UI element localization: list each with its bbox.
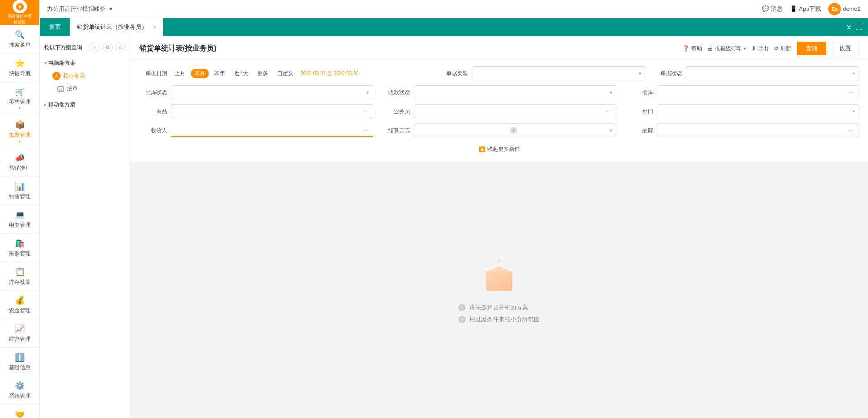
tab-expand-icon[interactable]: ⛶ (855, 23, 863, 31)
tip-num-1: 1 (458, 304, 466, 311)
pay-status-select[interactable]: ▾ (414, 86, 616, 99)
add-scheme-btn[interactable]: + (90, 43, 100, 52)
left-panel-header-text: 按以下方案查询 (44, 44, 87, 52)
date-tab-last-month[interactable]: 上月 (171, 69, 189, 78)
pay-status-label: 收款状态 (382, 89, 414, 96)
date-tab-this-month[interactable]: 本月 (191, 69, 209, 78)
date-tab-more[interactable]: 更多 (254, 69, 272, 78)
sidebar-item-wholesale[interactable]: 📦 批发管理 ▴ (0, 115, 40, 148)
sidebar: 畅捷通好生意 标准版 🔍 搜索菜单 ⭐ 快捷导航 🛒 零售管理 ▾ 📦 批发管理… (0, 0, 40, 418)
dept-select[interactable]: ▾ (657, 104, 859, 118)
quick-nav-icon: ⭐ (15, 58, 25, 68)
sidebar-item-finance[interactable]: 💰 资金管理 (0, 291, 40, 319)
user-menu[interactable]: Ea demo2 (828, 3, 861, 15)
app-download-btn[interactable]: 📱 App下载 (790, 5, 821, 13)
sidebar-item-enterprise[interactable]: 🤝 企业协同 (0, 405, 40, 418)
date-tab-this-year[interactable]: 本年 (211, 69, 229, 78)
sidebar-item-retail[interactable]: 🛒 零售管理 ▾ (0, 82, 40, 115)
warehouse-ellipsis-icon[interactable]: ··· (846, 89, 855, 96)
sidebar-item-basic[interactable]: ℹ️ 基础信息 (0, 348, 40, 376)
tree-parent-desktop[interactable]: ▾ 电脑端方案 (40, 57, 130, 69)
warehouse-control: ··· (657, 86, 859, 99)
empty-state-icon (476, 256, 522, 296)
collapse-filter-btn[interactable]: 🔼 收起更多条件 (139, 142, 859, 156)
salesperson-select[interactable]: ··· (414, 104, 616, 118)
settings-btn[interactable]: 设置 (832, 42, 859, 55)
salesperson-label: 业务员 (382, 108, 414, 115)
settlement-arrow-icon: ▾ (610, 128, 612, 133)
goods-select[interactable]: ··· (171, 104, 373, 118)
refresh-btn[interactable]: ↺ 刷新 (774, 45, 791, 52)
doc-type-arrow-icon: ▾ (639, 71, 641, 76)
ship-status-select[interactable]: ▾ (171, 86, 373, 99)
filter-area: 单据日期 上月 本月 本年 近7天 更多 自定义 2023-03-01 至 20… (130, 61, 868, 161)
tree-parent-mobile[interactable]: ▸ 移动端方案 (40, 99, 130, 111)
sidebar-item-system[interactable]: ⚙️ 系统管理 (0, 376, 40, 405)
doc-type-label: 单据类型 (440, 70, 472, 77)
tree-child-by-salesperson[interactable]: 人 按业务员 (40, 69, 130, 83)
tab-home[interactable]: 首页 (40, 18, 70, 36)
goods-control: ··· (171, 104, 373, 118)
date-tab-7days[interactable]: 近7天 (231, 69, 252, 78)
settlement-clear-btn[interactable]: × (510, 127, 517, 134)
enterprise-icon: 🤝 (15, 409, 25, 418)
tab-close-icon[interactable]: × (153, 24, 156, 30)
breadcrumb-text: 办公用品行业模拟账套 (47, 5, 106, 13)
goods-label: 商品 (139, 108, 171, 115)
goods-ellipsis-icon[interactable]: ··· (360, 108, 369, 115)
doc-status-select[interactable]: ▾ (686, 66, 859, 80)
main-area: 办公用品行业模拟账套 ▾ 💬 消息 📱 App下载 Ea demo2 首页 (40, 0, 868, 418)
sidebar-item-search[interactable]: 🔍 搜索菜单 (0, 25, 40, 54)
app-download-label: App下载 (799, 5, 821, 13)
brand-select[interactable]: ··· (657, 124, 859, 137)
brand-ellipsis-icon[interactable]: ··· (846, 127, 855, 134)
doc-status-label: 单据状态 (654, 70, 686, 77)
message-btn[interactable]: 💬 消息 (762, 5, 783, 13)
pay-status-arrow-icon: ▾ (610, 90, 612, 95)
date-tab-custom[interactable]: 自定义 (274, 69, 297, 78)
tree-arrow-down-icon: ▾ (44, 61, 47, 66)
settlement-select[interactable]: × ▾ (414, 124, 616, 137)
tree-arrow-right-icon: ▸ (44, 102, 47, 107)
sidebar-item-marketing[interactable]: 📣 营销推广 (0, 148, 40, 177)
export-btn[interactable]: ⬇ 导出 (751, 45, 769, 52)
empty-tip-2: 2 用过滤条件来缩小分析范围 (458, 315, 540, 323)
sidebar-item-quick-nav[interactable]: ⭐ 快捷导航 (0, 54, 40, 82)
filter-row-2: 出库状态 ▾ 收款状态 ▾ 仓库 (139, 86, 859, 99)
tree-section-mobile: ▸ 移动端方案 (40, 97, 130, 113)
left-panel: 按以下方案查询 + ⚙ « ▾ 电脑端方案 人 按业务员 按 按单 (40, 36, 130, 418)
refresh-icon: ↺ (774, 45, 778, 52)
sidebar-item-sales[interactable]: 📊 销售管理 (0, 177, 40, 205)
sidebar-item-inventory[interactable]: 📋 库存核算 (0, 262, 40, 291)
tip-1-text: 请先选择要分析的方案 (469, 304, 528, 312)
sidebar-item-ecommerce[interactable]: 💻 电商管理 (0, 205, 40, 234)
sidebar-logo[interactable]: 畅捷通好生意 标准版 (0, 0, 40, 25)
help-btn[interactable]: ❓ 帮助 (683, 45, 702, 52)
tab-active[interactable]: 销货单统计表（按业务员） × (70, 18, 163, 36)
consignee-control: ··· (171, 124, 373, 137)
print-btn[interactable]: 🖨 按模板打印 ▾ (708, 45, 746, 52)
dept-control: ▾ (657, 104, 859, 118)
collapse-panel-btn[interactable]: « (115, 43, 125, 52)
sidebar-item-label: 搜索菜单 (9, 41, 31, 49)
search-btn[interactable]: 查询 (797, 42, 826, 55)
consignee-ellipsis-icon[interactable]: ··· (361, 126, 370, 133)
settings-scheme-btn[interactable]: ⚙ (103, 43, 113, 52)
collapse-up-icon: 🔼 (479, 146, 486, 152)
tree-sub-child-by-order[interactable]: 按 按单 (40, 83, 130, 95)
sidebar-item-label: 批发管理 (9, 131, 31, 139)
doc-type-select[interactable]: ▾ (472, 66, 645, 80)
tab-window-close-icon[interactable]: ✕ (846, 23, 852, 32)
export-label: 导出 (758, 45, 769, 52)
sidebar-item-operations[interactable]: 📈 经营管理 (0, 319, 40, 348)
sidebar-item-purchase[interactable]: 🛍️ 采购管理 (0, 234, 40, 262)
breadcrumb-arrow-icon[interactable]: ▾ (109, 5, 113, 12)
warehouse-select[interactable]: ··· (657, 86, 859, 99)
basic-icon: ℹ️ (15, 352, 25, 362)
salesperson-ellipsis-icon[interactable]: ··· (603, 108, 612, 115)
consignee-input[interactable]: ··· (171, 124, 373, 137)
settlement-control: × ▾ (414, 124, 616, 137)
retail-icon: 🛒 (15, 87, 25, 97)
salesperson-control: ··· (414, 104, 616, 118)
sales-icon: 📊 (15, 181, 25, 191)
